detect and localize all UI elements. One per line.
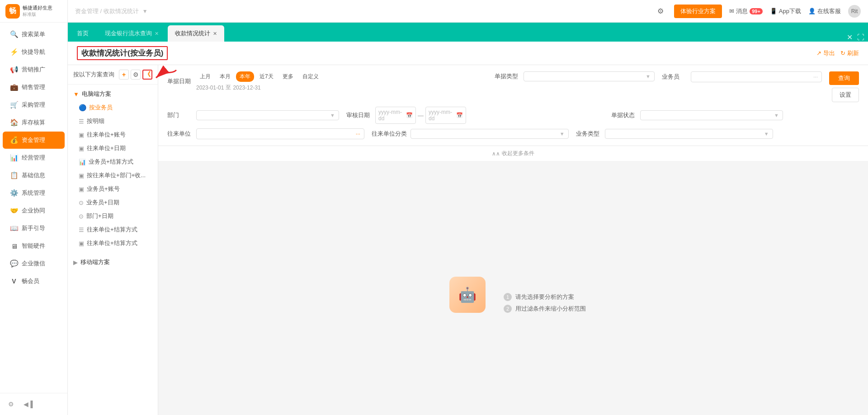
sidebar: 畅 畅捷通好生意 标准版 🔍 搜索菜单 ⚡ 快捷导航 📢 营销推广 💼 销售管理… xyxy=(0,0,68,415)
sidebar-collapse-btn[interactable]: ◀▐ xyxy=(22,398,34,410)
tree-item-salesman-date[interactable]: ⊙ 业务员+日期 xyxy=(68,196,158,209)
page-body: 按以下方案查询 + ⚙ 《 ▼ 电脑端方案 🔵 按业务员 xyxy=(68,65,868,415)
tree-item-unit-dept[interactable]: ▣ 按往来单位+部门+收... xyxy=(68,169,158,182)
date-tab-more[interactable]: 更多 xyxy=(279,71,297,82)
calendar-from-icon[interactable]: 📅 xyxy=(406,112,413,118)
sidebar-item-warehouse[interactable]: 🏠 库存核算 xyxy=(3,114,65,131)
enterprise-icon: 🤝 xyxy=(10,207,18,215)
review-date-from[interactable]: yyyy-mm-dd 📅 xyxy=(375,107,416,124)
date-tabs: 上月 本月 本年 近7天 更多 自定义 xyxy=(196,71,322,82)
sidebar-item-marketing[interactable]: 📢 营销推广 xyxy=(3,61,65,78)
date-tab-custom[interactable]: 自定义 xyxy=(299,71,322,82)
tree-item-dept-date[interactable]: ⊙ 部门+日期 xyxy=(68,209,158,223)
tree-section-desktop: ▼ 电脑端方案 🔵 按业务员 ☰ 按明细 ▣ 往来单位+账号 xyxy=(68,85,158,253)
sidebar-item-sales[interactable]: 💼 销售管理 xyxy=(3,79,65,96)
counterpart-type-arrow: ▼ xyxy=(560,131,565,137)
doc-type-dropdown[interactable]: ▼ xyxy=(524,71,655,81)
page-title: 收款情况统计(按业务员) xyxy=(77,46,168,60)
try-industry-btn[interactable]: 体验行业方案 xyxy=(674,5,722,18)
salesman-account-icon: ▣ xyxy=(79,186,84,193)
baseinfo-icon: 📋 xyxy=(10,171,18,179)
sidebar-item-quicknav[interactable]: ⚡ 快捷导航 xyxy=(3,43,65,61)
sidebar-item-guide[interactable]: 📖 新手引导 xyxy=(3,220,65,237)
sidebar-item-purchase[interactable]: 🛒 采购管理 xyxy=(3,96,65,113)
tab-close-all-icon[interactable]: ✕ xyxy=(847,33,853,42)
system-icon: ⚙️ xyxy=(10,189,18,197)
tab-expand-icon[interactable]: ⛶ xyxy=(857,33,864,42)
calendar-to-icon[interactable]: 📅 xyxy=(456,112,463,118)
collapse-panel-btn[interactable]: 《 xyxy=(142,70,152,80)
sidebar-item-system[interactable]: ⚙️ 系统管理 xyxy=(3,184,65,202)
tree-item-detail[interactable]: ☰ 按明细 xyxy=(68,114,158,128)
message-btn[interactable]: ✉ 消息 99+ xyxy=(729,7,763,15)
counterpart-type-dropdown[interactable]: ▼ xyxy=(410,129,569,139)
date-tab-thismonth[interactable]: 本月 xyxy=(216,71,234,82)
app-download-btn[interactable]: 📱 App下载 xyxy=(770,7,801,15)
business-type-dropdown[interactable]: ▼ xyxy=(605,129,773,139)
bank-tab-close-icon[interactable]: ✕ xyxy=(155,31,159,37)
doc-status-dropdown[interactable]: ▼ xyxy=(640,110,783,120)
review-date-to[interactable]: yyyy-mm-dd 📅 xyxy=(425,107,466,124)
sidebar-item-baseinfo[interactable]: 📋 基础信息 xyxy=(3,167,65,184)
salesman-more-icon[interactable]: ··· xyxy=(813,74,818,80)
message-badge: 99+ xyxy=(750,8,763,14)
warehouse-icon: 🏠 xyxy=(10,118,18,127)
unit-settlement2-label: 往来单位+结算方式 xyxy=(87,239,137,247)
date-tab-thisyear[interactable]: 本年 xyxy=(236,71,254,82)
dropdown-arrow-icon[interactable]: ▼ xyxy=(142,8,148,14)
tree-mobile-parent[interactable]: ▶ 移动端方案 xyxy=(68,255,158,269)
tree-item-salesman[interactable]: 🔵 按业务员 xyxy=(68,101,158,114)
sidebar-item-wechat[interactable]: 💬 企业微信 xyxy=(3,255,65,272)
add-scheme-btn[interactable]: + xyxy=(119,70,129,80)
unit-dept-icon: ▣ xyxy=(79,172,84,179)
salesman-icon: 🔵 xyxy=(79,104,86,111)
sidebar-item-search[interactable]: 🔍 搜索菜单 xyxy=(3,26,65,43)
empty-tips: 1 请先选择要分析的方案 2 用过滤条件来缩小分析范围 xyxy=(504,293,586,313)
query-btn[interactable]: 查询 xyxy=(829,71,859,85)
app-icon: 📱 xyxy=(770,8,777,14)
tree-item-unit-account[interactable]: ▣ 往来单位+账号 xyxy=(68,128,158,141)
user-avatar[interactable]: Rit xyxy=(848,5,861,18)
collapse-bar[interactable]: ∧∧ 收起更多条件 xyxy=(158,146,868,161)
sidebar-settings-btn[interactable]: ⚙ xyxy=(5,398,17,410)
logo: 畅 畅捷通好生意 标准版 xyxy=(0,0,67,23)
export-btn[interactable]: ↗ 导出 xyxy=(816,49,835,57)
sidebar-item-fund[interactable]: 💰 资金管理 xyxy=(3,132,65,149)
sidebar-item-hardware[interactable]: 🖥 智能硬件 xyxy=(3,237,65,255)
date-tab-lastmonth[interactable]: 上月 xyxy=(196,71,214,82)
business-type-label: 业务类型 xyxy=(576,130,601,138)
doc-status-label: 单据状态 xyxy=(611,111,637,119)
dept-dropdown[interactable]: ▼ xyxy=(196,110,339,120)
tree-item-unit-settlement2[interactable]: ▣ 往来单位+结算方式 xyxy=(68,236,158,250)
online-service-btn[interactable]: 👤 在线客服 xyxy=(808,7,841,15)
scheme-settings-btn[interactable]: ⚙ xyxy=(131,70,141,80)
tree-item-salesman-account[interactable]: ▣ 业务员+账号 xyxy=(68,182,158,196)
sidebar-item-operation[interactable]: 📊 经营管理 xyxy=(3,149,65,166)
message-label: 消息 xyxy=(736,7,748,15)
sidebar-item-enterprise[interactable]: 🤝 企业协同 xyxy=(3,202,65,219)
settings-gear-icon[interactable]: ⚙ xyxy=(654,5,667,18)
tree-mobile-label: 移动端方案 xyxy=(80,258,110,266)
receipt-tab-close-icon[interactable]: ✕ xyxy=(213,31,217,37)
date-tab-7days[interactable]: 近7天 xyxy=(256,71,277,82)
filter-settings-btn[interactable]: 设置 xyxy=(832,88,859,102)
tab-bar: 首页 现金银行流水查询 ✕ 收款情况统计 ✕ ✕ ⛶ xyxy=(68,23,868,42)
salesman-date-label: 业务员+日期 xyxy=(86,198,119,207)
message-icon: ✉ xyxy=(729,8,734,14)
member-icon: V xyxy=(10,277,18,285)
tree-item-salesman-settlement[interactable]: 📊 业务员+结算方式 xyxy=(68,155,158,169)
sidebar-item-member[interactable]: V 畅会员 xyxy=(3,273,65,290)
salesman-account-label: 业务员+账号 xyxy=(87,185,120,193)
tree-expand-icon: ▼ xyxy=(73,91,79,98)
refresh-btn[interactable]: ↻ 刷新 xyxy=(840,49,859,57)
tab-bank[interactable]: 现金银行流水查询 ✕ xyxy=(98,25,166,42)
tab-home[interactable]: 首页 xyxy=(70,25,96,42)
tree-item-unit-settlement1[interactable]: ☰ 往来单位+结算方式 xyxy=(68,223,158,236)
tab-receipt[interactable]: 收款情况统计 ✕ xyxy=(168,25,224,42)
service-icon: 👤 xyxy=(808,8,816,14)
counterpart-more-icon[interactable]: ··· xyxy=(356,131,360,137)
refresh-icon: ↻ xyxy=(840,50,845,57)
tree-desktop-parent[interactable]: ▼ 电脑端方案 xyxy=(68,87,158,101)
page-title-bar: 收款情况统计(按业务员) ↗ 导出 ↻ 刷新 xyxy=(68,42,868,65)
tree-item-unit-date[interactable]: ▣ 往来单位+日期 xyxy=(68,141,158,155)
